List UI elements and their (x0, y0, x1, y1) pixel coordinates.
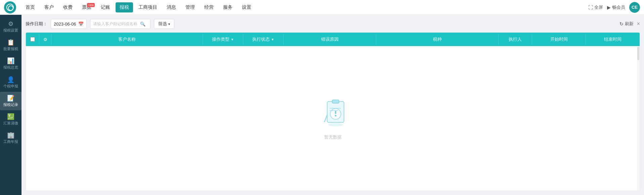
nav-right-area: ⛶ 全屏 ▶ 畅会员 CE (588, 2, 640, 13)
member-button[interactable]: ▶ 畅会员 (607, 4, 625, 10)
sidebar-item-personal-tax[interactable]: 👤 个税申报 (0, 73, 22, 92)
svg-rect-3 (332, 100, 339, 103)
nav-item-service[interactable]: 服务 (219, 2, 237, 12)
tax-overview-icon: 📊 (7, 58, 14, 64)
svg-point-9 (328, 123, 343, 126)
sidebar-label-personal-tax: 个税申报 (3, 84, 18, 88)
nav-item-client[interactable]: 客户 (40, 2, 58, 12)
main-layout: ⚙ 报税设置 📋 批量报税 📊 报税总览 👤 个税申报 📝 报税记录 💹 汇算清… (0, 15, 644, 195)
th-end-label: 结束时间 (604, 36, 621, 42)
th-settings[interactable]: ⚙ (39, 34, 51, 45)
tax-records-icon: 📝 (7, 95, 14, 101)
search-box: 🔍 (90, 19, 151, 29)
th-client-name: 客户名称 (51, 34, 203, 45)
annual-report-icon: 🏢 (7, 132, 14, 138)
empty-state: 暂无数据 (308, 86, 358, 150)
scrollbar[interactable] (637, 46, 640, 191)
fullscreen-icon: ⛶ (588, 5, 593, 10)
sidebar-label-settlement: 汇算清缴 (3, 121, 18, 125)
search-input[interactable] (93, 22, 140, 26)
empty-text: 暂无数据 (324, 134, 342, 140)
sidebar-label-batch-tax: 批量报税 (3, 47, 18, 51)
refresh-icon: ↻ (619, 21, 624, 27)
sidebar-label-annual-report: 工商年报 (3, 140, 18, 144)
data-table: ⚙ 客户名称 操作类型 ▼ 执行状态 ▼ 错误原因 税种 (26, 32, 640, 191)
search-icon[interactable]: 🔍 (140, 22, 145, 27)
toolbar-right: ↻ 刷新 × (619, 21, 640, 27)
main-content: 操作日期： 2023-06-06 📅 🔍 筛选 ▾ ↻ 刷新 × (22, 15, 644, 195)
sidebar-item-settlement[interactable]: 💹 汇算清缴 (0, 110, 22, 129)
date-label: 操作日期： (26, 21, 47, 27)
refresh-button[interactable]: ↻ 刷新 (619, 21, 634, 27)
scrollbar-thumb (637, 47, 639, 60)
sidebar-item-annual-report[interactable]: 🏢 工商年报 (0, 129, 22, 147)
nav-menu: 首页 客户 收费 票据 new 记账 报税 工商项目 消息 管理 经营 服务 设… (22, 2, 588, 12)
svg-point-6 (335, 115, 336, 117)
close-button[interactable]: × (637, 21, 640, 27)
empty-illustration (318, 96, 348, 130)
sidebar-label-tax-records: 报税记录 (3, 103, 18, 107)
settings-icon: ⚙ (43, 37, 47, 42)
calendar-icon: 📅 (78, 22, 84, 27)
sidebar-item-tax-records[interactable]: 📝 报税记录 (0, 92, 22, 110)
nav-item-accounting[interactable]: 记账 (97, 2, 114, 12)
th-operation-type[interactable]: 操作类型 ▼ (203, 34, 243, 45)
th-client-label: 客户名称 (118, 36, 136, 42)
sort-icon-status: ▼ (271, 38, 274, 41)
th-checkbox[interactable] (26, 34, 39, 44)
th-tax-label: 税种 (433, 36, 442, 42)
sidebar: ⚙ 报税设置 📋 批量报税 📊 报税总览 👤 个税申报 📝 报税记录 💹 汇算清… (0, 15, 22, 195)
th-end-time: 结束时间 (586, 34, 640, 45)
app-logo[interactable] (4, 1, 16, 13)
select-all-checkbox[interactable] (30, 37, 35, 42)
member-label: 畅会员 (612, 4, 625, 10)
th-start-label: 开始时间 (550, 36, 568, 42)
personal-tax-icon: 👤 (7, 77, 14, 83)
date-value: 2023-06-06 (54, 22, 76, 27)
chevron-down-icon: ▾ (168, 22, 170, 26)
th-start-time: 开始时间 (532, 34, 586, 45)
th-executor-label: 执行人 (509, 36, 522, 42)
filter-button[interactable]: 筛选 ▾ (154, 19, 174, 29)
nav-item-tax[interactable]: 报税 (116, 2, 133, 12)
sidebar-label-tax-settings: 报税设置 (3, 28, 18, 33)
sidebar-item-batch-tax[interactable]: 📋 批量报税 (0, 36, 22, 54)
toolbar: 操作日期： 2023-06-06 📅 🔍 筛选 ▾ ↻ 刷新 × (26, 19, 640, 29)
batch-tax-icon: 📋 (7, 39, 14, 45)
th-tax-type: 税种 (376, 34, 499, 45)
fullscreen-label: 全屏 (594, 4, 603, 10)
settlement-icon: 💹 (7, 114, 14, 120)
th-error-label: 错误原因 (321, 36, 339, 42)
nav-item-fee[interactable]: 收费 (59, 2, 77, 12)
date-picker[interactable]: 2023-06-06 📅 (51, 19, 87, 29)
new-badge: new (87, 3, 95, 7)
th-status-label: 执行状态 (252, 36, 270, 42)
sidebar-item-tax-overview[interactable]: 📊 报税总览 (0, 54, 22, 73)
refresh-label: 刷新 (625, 21, 634, 27)
th-error-reason: 错误原因 (284, 34, 376, 45)
svg-rect-5 (335, 111, 336, 114)
nav-item-home[interactable]: 首页 (22, 2, 39, 12)
nav-item-invoice[interactable]: 票据 new (78, 2, 95, 12)
fullscreen-button[interactable]: ⛶ 全屏 (588, 4, 603, 10)
nav-item-messages[interactable]: 消息 (163, 2, 180, 12)
nav-item-operation[interactable]: 经营 (200, 2, 218, 12)
sort-icon-type: ▼ (230, 38, 234, 41)
th-executor: 执行人 (499, 34, 532, 45)
sidebar-label-tax-overview: 报税总览 (3, 65, 18, 70)
play-icon: ▶ (607, 5, 611, 10)
filter-label: 筛选 (158, 21, 167, 27)
nav-item-settings[interactable]: 设置 (238, 2, 255, 12)
table-body: 暂无数据 (26, 46, 640, 191)
th-type-label: 操作类型 (212, 36, 229, 42)
table-header: ⚙ 客户名称 操作类型 ▼ 执行状态 ▼ 错误原因 税种 (26, 33, 640, 46)
top-navigation: 首页 客户 收费 票据 new 记账 报税 工商项目 消息 管理 经营 服务 设… (0, 0, 644, 15)
avatar[interactable]: CE (629, 2, 640, 13)
nav-item-manage[interactable]: 管理 (181, 2, 199, 12)
nav-item-business[interactable]: 工商项目 (134, 2, 161, 12)
sidebar-item-tax-settings[interactable]: ⚙ 报税设置 (0, 17, 22, 36)
th-execution-status[interactable]: 执行状态 ▼ (243, 34, 284, 45)
tax-settings-icon: ⚙ (8, 21, 13, 27)
